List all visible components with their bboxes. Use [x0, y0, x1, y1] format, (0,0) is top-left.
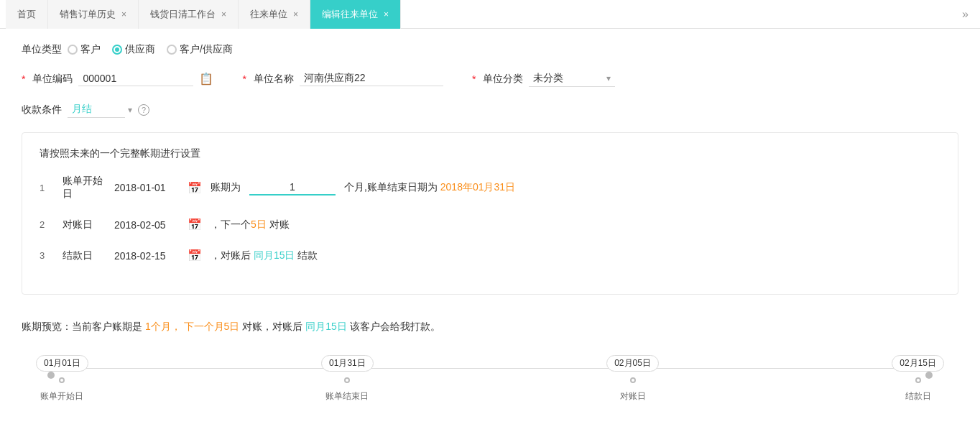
timeline-label-2: 账单结束日 [325, 390, 369, 402]
period-num-2: 2 [40, 219, 54, 230]
tab-home[interactable]: 首页 [6, 0, 48, 29]
tab-edit-partner[interactable]: 编辑往来单位 × [310, 0, 401, 29]
period-title: 请按照未来的一个完整帐期进行设置 [40, 147, 940, 160]
timeline-point-2: 01月31日 账单结束日 [321, 355, 374, 402]
timeline-point-3: 02月05日 对账日 [606, 355, 659, 402]
unit-name-label: 单位名称 [254, 73, 294, 86]
period-desc-suffix-1: 个月,账单结束日期为 2018年01月31日 [344, 181, 515, 194]
unit-type-row: 单位类型 客户 供应商 客户/供应商 [22, 43, 958, 56]
timeline-dot-4 [915, 377, 921, 383]
unit-code-copy-icon[interactable]: 📋 [199, 72, 213, 86]
unit-category-value: 未分类 [533, 72, 604, 85]
period-desc-prefix-1: 账期为 [211, 181, 241, 194]
unit-code-field: * 单位编码 📋 [22, 71, 213, 86]
tab-sales-order-history[interactable]: 销售订单历史 × [48, 0, 139, 29]
unit-type-field: 单位类型 客户 供应商 客户/供应商 [22, 43, 233, 56]
preview-section: 账期预览：当前客户账期是 1个月， 下一个月5日 对账，对账后 同月15日 该客… [22, 309, 958, 421]
period-desc-3: ，对账后 同月15日 结款 [211, 249, 318, 262]
period-row-3: 3 结款日 2018-02-15 📅 ，对账后 同月15日 结款 [40, 249, 940, 262]
timeline-label-3: 对账日 [620, 390, 646, 402]
radio-label-customer: 客户 [80, 43, 101, 56]
unit-category-star: * [472, 73, 476, 85]
unit-category-label: 单位分类 [483, 73, 523, 86]
period-date-1: 2018-01-01 [114, 182, 179, 193]
preview-reconcile-date: 下一个月5日 [184, 321, 240, 332]
timeline-badge-3: 02月05日 [606, 355, 659, 372]
period-end-date: 2018年01月31日 [440, 181, 515, 193]
unit-name-star: * [242, 73, 246, 85]
timeline-start-dot [47, 372, 55, 379]
payment-value: 月结 [68, 101, 125, 118]
timeline-label-1: 账单开始日 [40, 390, 83, 402]
period-date-3: 2018-02-15 [114, 250, 179, 262]
timeline-point-4: 02月15日 结款日 [892, 355, 944, 402]
period-date-2: 2018-02-05 [114, 219, 179, 231]
unit-name-input[interactable] [300, 71, 443, 86]
period-num-1: 1 [40, 183, 54, 193]
preview-text: 账期预览：当前客户账期是 1个月， 下一个月5日 对账，对账后 同月15日 该客… [22, 321, 958, 334]
period-reconcile-highlight: 5日 [251, 218, 267, 230]
unit-name-field: * 单位名称 [242, 71, 443, 86]
payment-select[interactable]: 月结 ▾ [68, 101, 132, 118]
payment-field: 收款条件 月结 ▾ ? [22, 101, 149, 118]
payment-label: 收款条件 [22, 104, 62, 116]
tab-close-cash-work[interactable]: × [221, 9, 226, 19]
unit-code-star: * [22, 73, 25, 85]
radio-both[interactable]: 客户/供应商 [167, 43, 233, 56]
timeline-points-row: 01月01日 账单开始日 01月31日 账单结束日 02月05日 对账日 [36, 355, 944, 402]
period-row-1: 1 账单开始日 2018-01-01 📅 账期为 个月,账单结束日期为 2018… [40, 175, 940, 201]
preview-months: 1个月， [145, 321, 181, 332]
page-content: 单位类型 客户 供应商 客户/供应商 * 单位编码 [0, 29, 980, 437]
timeline-items: 01月01日 账单开始日 01月31日 账单结束日 02月05日 对账日 [36, 355, 944, 402]
timeline-label-4: 结款日 [905, 390, 931, 402]
period-field-label-3: 结款日 [63, 249, 106, 262]
timeline-dot-2 [344, 377, 350, 383]
tab-close-sales-order-history[interactable]: × [121, 9, 126, 19]
period-desc-2: ，下一个5日 对账 [211, 218, 290, 231]
unit-category-field: * 单位分类 未分类 ▾ [472, 70, 615, 87]
payment-help-icon[interactable]: ? [138, 104, 149, 116]
unit-type-label: 单位类型 [22, 43, 62, 56]
tab-close-edit-partner[interactable]: × [384, 9, 389, 19]
radio-customer[interactable]: 客户 [68, 43, 101, 56]
unit-code-input[interactable] [78, 71, 193, 86]
radio-label-both: 客户/供应商 [180, 43, 233, 56]
timeline-badge-4: 02月15日 [892, 355, 944, 372]
preview-payment-date: 同月15日 [305, 321, 347, 332]
period-settings-box: 请按照未来的一个完整帐期进行设置 1 账单开始日 2018-01-01 📅 账期… [22, 132, 958, 295]
period-field-label-1: 账单开始日 [63, 175, 106, 201]
period-calendar-2[interactable]: 📅 [188, 218, 202, 231]
radio-supplier[interactable]: 供应商 [112, 43, 155, 56]
timeline-dot-3 [630, 377, 636, 383]
period-row-2: 2 对账日 2018-02-05 📅 ，下一个5日 对账 [40, 218, 940, 231]
period-field-label-2: 对账日 [63, 218, 106, 231]
radio-label-supplier: 供应商 [125, 43, 155, 56]
timeline-badge-2: 01月31日 [321, 355, 374, 372]
unit-type-radio-group: 客户 供应商 客户/供应商 [68, 43, 233, 56]
timeline-point-1: 01月01日 账单开始日 [36, 355, 88, 402]
radio-circle-supplier [112, 45, 122, 55]
period-calendar-1[interactable]: 📅 [188, 181, 202, 195]
tab-expand-icon[interactable]: » [956, 8, 974, 21]
period-payment-highlight: 同月15日 [254, 249, 295, 261]
unit-code-label: 单位编码 [32, 73, 73, 86]
payment-row: 收款条件 月结 ▾ ? [22, 101, 958, 118]
radio-circle-both [167, 45, 177, 55]
period-months-input[interactable] [249, 180, 336, 196]
timeline-end-dot [925, 372, 933, 379]
unit-category-dropdown[interactable]: 未分类 ▾ [529, 70, 615, 87]
tab-partner-units[interactable]: 往来单位 × [239, 0, 310, 29]
timeline-dot-1 [59, 377, 65, 383]
tab-close-partner-units[interactable]: × [293, 9, 298, 19]
timeline-container: 01月01日 账单开始日 01月31日 账单结束日 02月05日 对账日 [22, 348, 958, 410]
payment-chevron: ▾ [128, 105, 132, 115]
tab-cash-work[interactable]: 钱货日清工作台 × [139, 0, 239, 29]
unit-category-chevron: ▾ [606, 73, 611, 83]
period-calendar-3[interactable]: 📅 [188, 249, 202, 262]
period-num-3: 3 [40, 250, 54, 261]
timeline-badge-1: 01月01日 [36, 355, 88, 372]
unit-info-row: * 单位编码 📋 * 单位名称 * 单位分类 未分类 ▾ [22, 70, 958, 87]
tabs-bar: 首页 销售订单历史 × 钱货日清工作台 × 往来单位 × 编辑往来单位 × » [0, 0, 980, 29]
radio-circle-customer [68, 45, 78, 55]
